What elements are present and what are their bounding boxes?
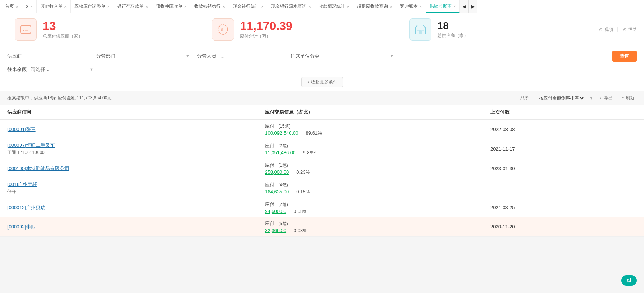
table-row: [000012]广州贝瑞 应付 (2笔) 94,600.00 0.08% 202… <box>0 198 644 217</box>
query-button[interactable]: 查询 <box>612 51 637 62</box>
video-link[interactable]: ⊙ 视频 <box>599 27 613 33</box>
tx-amount-row: 258,000.00 0.23% <box>265 169 476 175</box>
summary-card-payable-info: 13 总应付供应商（家） <box>43 20 83 39</box>
supplier-filter-input[interactable] <box>24 52 90 60</box>
nav-tab-1[interactable]: 3 × <box>22 0 36 13</box>
nav-arrow-left[interactable]: ◀ <box>460 0 469 13</box>
supplier-link[interactable]: [000100]本特勤油品有限公司 <box>7 166 69 171</box>
nav-tab-receipt-close[interactable]: × <box>223 4 225 9</box>
tx-row: 应付 (2笔) <box>265 201 476 208</box>
sort-select[interactable]: 按应付余额倒序排序 <box>538 95 585 101</box>
tx-label: 应付 <box>265 162 274 169</box>
svg-point-1 <box>23 30 24 31</box>
nav-tab-adjust-label: 应收应付调整单 <box>74 3 105 10</box>
tx-amount[interactable]: 258,000.00 <box>265 169 289 175</box>
nav-tab-home-label: 首页 <box>5 3 14 10</box>
nav-tab-advance[interactable]: 预收冲应收单 × <box>152 0 190 13</box>
tx-row: 应付 (5笔) <box>265 220 476 227</box>
collapse-chevron-icon: ∧ <box>307 80 309 84</box>
supplier-icon <box>15 18 37 41</box>
person-filter-label: 分管人员 <box>197 53 216 59</box>
tx-count: (4笔) <box>278 182 288 188</box>
tx-amount[interactable]: 94,600.00 <box>265 208 286 214</box>
dept-filter-input[interactable] <box>118 52 191 60</box>
balance-filter-input[interactable] <box>29 65 95 73</box>
supplier-link[interactable]: [000001]张三 <box>7 127 36 132</box>
sort-label: 排序： <box>520 95 533 101</box>
tx-amount[interactable]: 164,635.90 <box>265 189 289 194</box>
nav-tab-other-income-label: 其他收入单 <box>41 3 63 10</box>
tx-count: (1笔) <box>278 162 288 169</box>
balance-filter-wrap: ▼ <box>29 65 95 73</box>
tx-info-cell: 应付 (4笔) 164,635.90 0.15% <box>258 178 483 198</box>
help-link[interactable]: ⊙ 帮助 <box>623 27 637 33</box>
nav-tab-supplier[interactable]: 供应商账本 × <box>426 0 460 13</box>
summary-card-payable-suppliers: 13 总应付供应商（家） <box>7 18 204 41</box>
svg-text:¥: ¥ <box>221 27 223 32</box>
tx-amount[interactable]: 32,366.00 <box>265 228 286 233</box>
nav-tab-customer-label: 客户账本 <box>400 3 418 10</box>
dept-filter-wrap: ▼ <box>118 52 191 60</box>
nav-tab-overdue[interactable]: 超期应收款查询 × <box>353 0 396 13</box>
nav-tab-overdue-close[interactable]: × <box>390 4 392 9</box>
nav-tab-customer[interactable]: 客户账本 × <box>396 0 426 13</box>
nav-tab-other-income-close[interactable]: × <box>64 4 67 9</box>
svg-rect-8 <box>422 30 424 31</box>
tx-info-cell: 应付 (2笔) 94,600.00 0.08% <box>258 198 483 217</box>
nav-arrow-right[interactable]: ▶ <box>469 0 477 13</box>
nav-tab-adjust[interactable]: 应收应付调整单 × <box>71 0 113 13</box>
nav-tab-1-close[interactable]: × <box>30 4 32 9</box>
nav-tab-other-income[interactable]: 其他收入单 × <box>37 0 71 13</box>
table-row: [000002]李四 应付 (5笔) 32,366.00 0.03% 2020-… <box>0 217 644 237</box>
payable-supplier-count: 13 <box>43 20 83 32</box>
nav-tab-cash-stat[interactable]: 现金银行统计 × <box>229 0 267 13</box>
nav-tab-supplier-close[interactable]: × <box>454 4 456 8</box>
category-filter-input[interactable] <box>322 52 395 60</box>
tx-percent: 9.89% <box>303 150 316 155</box>
nav-tab-receipt[interactable]: 收款核销执行 × <box>190 0 229 13</box>
tx-label: 应付 <box>265 201 274 208</box>
nav-tab-cash-flow[interactable]: 现金银行流水查询 × <box>267 0 315 13</box>
table-row: [000001]张三 应付 (15笔) 100,092,540.00 89.61… <box>0 120 644 139</box>
nav-tab-receipt-stat-label: 收款情况统计 <box>319 3 345 10</box>
total-supplier-count: 18 <box>437 20 468 32</box>
supplier-link[interactable]: [000007]恒旺二手叉车 <box>7 142 55 148</box>
result-bar: 搜索结果中，供应商13家 应付金额 111,703,854.00元 排序： 按应… <box>0 91 644 105</box>
nav-tab-adjust-close[interactable]: × <box>107 4 109 9</box>
nav-tab-bank-close[interactable]: × <box>146 4 148 9</box>
supplier-link[interactable]: [001]广州荣轩 <box>7 182 37 187</box>
nav-tab-cash-flow-close[interactable]: × <box>308 4 311 9</box>
tx-label: 应付 <box>265 123 274 130</box>
last-payment-date: 2022-08-08 <box>490 127 515 132</box>
refresh-button[interactable]: ○ 刷新 <box>619 94 637 102</box>
collapse-filter-button[interactable]: ∧ 收起更多条件 <box>301 77 343 87</box>
nav-tab-advance-close[interactable]: × <box>184 4 186 9</box>
filter-person: 分管人员 <box>197 52 285 60</box>
tx-percent: 0.03% <box>294 228 307 233</box>
nav-tab-supplier-label: 供应商账本 <box>430 3 452 9</box>
table-row: [000007]恒旺二手叉车王通 17106110000 应付 (2笔) 11,… <box>0 139 644 159</box>
nav-tab-receipt-label: 收款核销执行 <box>194 3 221 10</box>
nav-tab-home[interactable]: 首页 × <box>1 0 22 13</box>
export-button[interactable]: ○ 导出 <box>598 94 615 102</box>
tx-row: 应付 (2笔) <box>265 142 476 149</box>
nav-tab-advance-label: 预收冲应收单 <box>156 3 182 10</box>
nav-tab-bank[interactable]: 银行存取款单 × <box>113 0 152 13</box>
balance-filter-label: 往来余额 <box>7 66 27 73</box>
nav-tab-home-close[interactable]: × <box>16 4 18 9</box>
tx-amount[interactable]: 100,092,540.00 <box>265 130 298 136</box>
svg-point-3 <box>218 25 228 34</box>
tx-amount[interactable]: 11,051,486.00 <box>265 150 295 155</box>
nav-tab-receipt-stat-close[interactable]: × <box>347 4 349 9</box>
total-supplier-label: 总供应商（家） <box>437 32 468 39</box>
nav-tab-customer-close[interactable]: × <box>420 4 422 9</box>
nav-tab-receipt-stat[interactable]: 收款情况统计 × <box>315 0 353 13</box>
nav-tab-bank-label: 银行存取款单 <box>117 3 144 10</box>
nav-tab-cash-stat-close[interactable]: × <box>261 4 263 9</box>
tx-percent: 0.23% <box>296 169 310 175</box>
data-table-wrap: 供应商信息 应付交易信息（占比） 上次付数 [000001]张三 应付 (15笔… <box>0 105 644 237</box>
supplier-link[interactable]: [000002]李四 <box>7 224 36 230</box>
col-header-last-payment: 上次付数 <box>483 105 644 120</box>
supplier-link[interactable]: [000012]广州贝瑞 <box>7 205 45 210</box>
person-filter-input[interactable] <box>218 52 285 60</box>
